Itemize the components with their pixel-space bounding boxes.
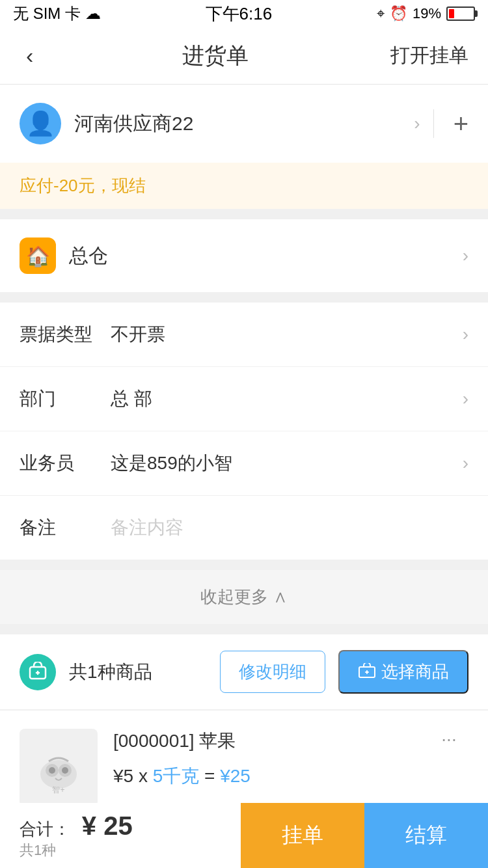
svg-point-6 (62, 767, 68, 774)
dept-label: 部门 (20, 387, 111, 411)
status-time: 下午6:16 (206, 3, 273, 25)
dept-value: 总 部 (111, 387, 463, 411)
edit-detail-button[interactable]: 修改明细 (220, 651, 325, 693)
price-equals: = (204, 766, 220, 786)
invoice-label: 票据类型 (20, 322, 111, 347)
divider (433, 109, 434, 138)
form-section: 票据类型 不开票 › 部门 总 部 › 业务员 这是859的小智 › 备注 备注… (0, 303, 488, 560)
owl-icon: 智+ (33, 742, 85, 794)
product-name: [0000001] 苹果 (113, 729, 414, 753)
salesman-chevron-icon: › (463, 453, 468, 474)
remark-input[interactable]: 备注内容 (111, 515, 468, 540)
supplier-chevron-icon: › (414, 113, 420, 134)
total-amount: ¥ 25 (82, 811, 133, 840)
salesman-value: 这是859的小智 (111, 451, 463, 476)
select-product-label: 选择商品 (381, 660, 449, 683)
supplier-name: 河南供应商22 (74, 111, 414, 137)
remark-label: 备注 (20, 515, 111, 540)
nav-bar: ‹ 进货单 打开挂单 (0, 27, 488, 85)
invoice-row[interactable]: 票据类型 不开票 › (0, 303, 488, 367)
total-count: 共1种 (20, 841, 221, 860)
salesman-row[interactable]: 业务员 这是859的小智 › (0, 431, 488, 496)
supplier-row[interactable]: 👤 河南供应商22 › + (0, 85, 488, 163)
total-label: 合计： (20, 819, 70, 839)
total-area: 合计： ¥ 25 共1种 (0, 811, 241, 860)
alarm-icon: ⏰ (390, 5, 407, 22)
svg-text:智+: 智+ (52, 785, 64, 794)
open-hang-button[interactable]: 打开挂单 (390, 42, 468, 69)
product-count-text: 共1种商品 (69, 660, 207, 685)
warehouse-chevron-icon: › (463, 245, 468, 266)
remark-row[interactable]: 备注 备注内容 (0, 496, 488, 560)
salesman-label: 业务员 (20, 451, 111, 476)
product-code: [0000001] (113, 731, 195, 751)
price-value: ¥5 (113, 766, 133, 786)
select-product-button[interactable]: 选择商品 (338, 650, 468, 694)
notice-bar: 应付-20元，现结 (0, 163, 488, 209)
product-price-row: ¥5 x 5千克 = ¥25 (113, 764, 414, 789)
hang-button[interactable]: 挂单 (241, 803, 364, 868)
status-right: ⌖ ⏰ 19% (377, 5, 475, 22)
collapse-button[interactable]: 收起更多 ∧ (0, 570, 488, 624)
dept-row[interactable]: 部门 总 部 › (0, 367, 488, 431)
warehouse-row[interactable]: 🏠 总仓 › (0, 219, 488, 292)
warehouse-section: 🏠 总仓 › (0, 219, 488, 292)
warehouse-name: 总仓 (69, 243, 463, 269)
supplier-avatar: 👤 (20, 103, 61, 144)
invoice-value: 不开票 (111, 322, 463, 347)
svg-point-5 (49, 767, 55, 774)
add-button[interactable]: + (454, 109, 468, 139)
person-icon: 👤 (26, 110, 55, 137)
product-count-icon (20, 654, 56, 690)
bottom-bar: 合计： ¥ 25 共1种 挂单 结算 (0, 803, 488, 868)
status-bar: 无 SIM 卡 ☁ 下午6:16 ⌖ ⏰ 19% (0, 0, 488, 27)
product-title-name: 苹果 (199, 731, 236, 751)
content-area: 👤 河南供应商22 › + 应付-20元，现结 🏠 总仓 › 票据类型 不开票 … (0, 85, 488, 868)
product-thumbnail: 智+ (20, 729, 98, 807)
invoice-chevron-icon: › (463, 324, 468, 345)
location-icon: ⌖ (377, 5, 385, 22)
product-info: [0000001] 苹果 ¥5 x 5千克 = ¥25 (113, 729, 414, 789)
settle-button[interactable]: 结算 (364, 803, 488, 868)
battery-icon (446, 7, 475, 21)
product-total: ¥25 (220, 766, 251, 786)
battery-percent: 19% (413, 5, 441, 22)
quantity-value: 5千克 (153, 766, 200, 786)
warehouse-icon: 🏠 (20, 237, 56, 274)
dept-chevron-icon: › (463, 388, 468, 409)
svg-point-2 (40, 760, 77, 789)
supplier-section: 👤 河南供应商22 › + (0, 85, 488, 163)
page-title: 进货单 (182, 41, 249, 71)
product-more-button[interactable]: ··· (429, 729, 468, 750)
product-header: 共1种商品 修改明细 选择商品 (0, 634, 488, 709)
price-multiply: x (139, 766, 153, 786)
sim-signal: 无 SIM 卡 ☁ (13, 3, 101, 24)
status-left: 无 SIM 卡 ☁ (13, 3, 101, 24)
back-button[interactable]: ‹ (20, 36, 40, 75)
